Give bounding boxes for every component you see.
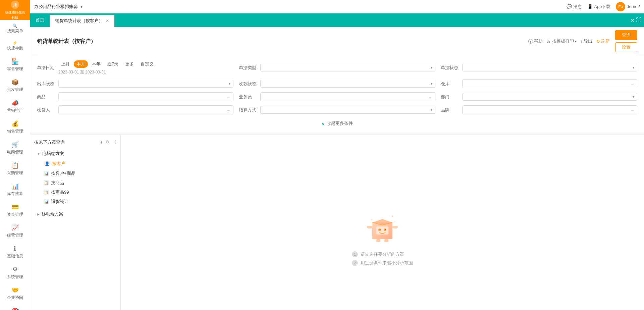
order-status-select[interactable]: ▾	[462, 64, 637, 71]
sidebar-item-retail[interactable]: 🏪 零售管理	[0, 54, 30, 75]
receiver-select[interactable]: ···	[58, 105, 233, 114]
mobile-group: ▶ 移动端方案	[34, 209, 116, 219]
app-download-btn[interactable]: 📱 App下载	[587, 4, 610, 10]
export-btn[interactable]: ↑ 导出	[581, 38, 593, 44]
order-type-select[interactable]: ▾	[260, 64, 435, 71]
print-btn[interactable]: 🖨 按模板打印 ▾	[547, 38, 577, 44]
sidebar-item-quicknav[interactable]: ⚡ 快捷导航	[0, 37, 30, 54]
svg-rect-11	[376, 239, 380, 242]
goods-select[interactable]: ···	[58, 92, 233, 101]
date-btn-thisyear[interactable]: 本年	[89, 60, 103, 68]
stock-status-label: 出库状态	[37, 81, 56, 87]
tab-close-btn[interactable]: ✕	[630, 17, 635, 23]
account-dropdown[interactable]: ▾	[80, 4, 83, 9]
date-btn-custom[interactable]: 自定义	[138, 60, 156, 68]
tab-close-icon[interactable]: ✕	[106, 18, 109, 23]
payment-status-select[interactable]: ▾	[260, 80, 435, 88]
sidebar-item-inventory[interactable]: 📊 库存核算	[0, 179, 30, 200]
tab-expand-btn[interactable]: ⛶	[636, 17, 641, 23]
tab-sales-stats[interactable]: 销货单统计表（按客户） ✕	[50, 15, 114, 27]
tree-desktop-text: 电脑端方案	[42, 151, 64, 157]
sidebar-item-marketing[interactable]: 📣 营销推广	[0, 96, 30, 117]
tree-item-goods[interactable]: 📋 按商品	[41, 178, 116, 188]
svg-rect-13	[367, 226, 372, 228]
settings-button[interactable]: 设置	[615, 42, 637, 52]
collapse-arrow-icon: ∧	[321, 121, 325, 126]
dropdown-arrow-icon: ▾	[80, 4, 83, 9]
app-download-label: App下载	[594, 4, 610, 10]
warehouse-select[interactable]: ···	[462, 79, 637, 88]
app-logo[interactable]: 捷 畅捷通好生意 标版	[0, 0, 30, 20]
sidebar-item-collab[interactable]: 🤝 企业协同	[0, 283, 30, 304]
query-button[interactable]: 查询	[615, 30, 637, 40]
sidebar-label-finance: 资金管理	[7, 212, 23, 217]
logo-text: 畅捷通好生意	[5, 10, 25, 15]
retail-icon: 🏪	[11, 58, 19, 65]
sidebar-item-basics[interactable]: ℹ 基础信息	[0, 242, 30, 262]
salesperson-select[interactable]: ···	[260, 92, 435, 101]
collapse-panel-btn[interactable]: 《	[112, 139, 116, 145]
tree-item-returns[interactable]: 📊 退货统计	[41, 197, 116, 206]
sidebar-item-finance[interactable]: 💳 资金管理	[0, 200, 30, 221]
sidebar-label-operations: 经营管理	[7, 232, 23, 238]
returns-icon: 📊	[44, 199, 49, 204]
sidebar-label-retail: 零售管理	[7, 66, 23, 72]
user-label: demo2	[627, 4, 640, 9]
svg-rect-12	[384, 239, 388, 242]
tree-item-goods99[interactable]: 📋 按商品99	[41, 188, 116, 197]
tree-mobile-label[interactable]: ▶ 移动端方案	[34, 209, 116, 219]
collapse-bar[interactable]: ∧ 收起更多条件	[37, 118, 637, 128]
message-btn[interactable]: 💬 消息	[567, 4, 582, 10]
left-panel: 按以下方案查询 + ⊙ 《 ▼ 电脑端方案	[30, 135, 121, 310]
avatar: Ea	[616, 2, 625, 11]
stock-status-select[interactable]: ▾	[58, 80, 233, 88]
filter-area: 单据日期 上月 本月 本年 近7天 更多 自定义 2023-03-01 至 20…	[30, 56, 644, 133]
left-panel-actions: + ⊙ 《	[100, 139, 116, 145]
left-panel-title: 按以下方案查询	[34, 139, 65, 145]
refresh-label: 刷新	[601, 38, 610, 44]
help-label: 帮助	[534, 38, 543, 44]
settings-scheme-btn[interactable]: ⊙	[106, 139, 109, 145]
svg-text:✦: ✦	[391, 214, 393, 218]
operations-icon: 📈	[11, 224, 19, 231]
date-btn-thismonth[interactable]: 本月	[74, 60, 88, 68]
sidebar-item-operations[interactable]: 📈 经营管理	[0, 221, 30, 242]
order-type-cell: 单据类型 ▾	[239, 60, 435, 75]
print-label: 按模板打印	[552, 38, 574, 44]
sidebar-item-purchase[interactable]: 📋 采购管理	[0, 158, 30, 179]
tree-mobile-text: 移动端方案	[42, 211, 63, 217]
date-btn-more[interactable]: 更多	[122, 60, 137, 68]
date-btn-lastmonth[interactable]: 上月	[58, 60, 72, 68]
stock-status-arrow: ▾	[229, 82, 230, 86]
goods-scheme-label: 按商品	[51, 180, 64, 186]
download-icon: 📱	[587, 4, 593, 9]
help-btn[interactable]: ? 帮助	[528, 38, 543, 44]
sidebar-item-system[interactable]: ⚙ 系统管理	[0, 262, 30, 283]
payment-method-select[interactable]: ▾	[260, 106, 435, 114]
tree-item-customer-goods[interactable]: 📊 按客户+商品	[41, 169, 116, 178]
brand-select[interactable]: ···	[462, 105, 637, 114]
brand-label: 品牌	[441, 107, 460, 113]
tree-desktop-label[interactable]: ▼ 电脑端方案	[34, 149, 116, 159]
message-label: 消息	[573, 4, 582, 10]
date-btn-7days[interactable]: 近7天	[105, 60, 121, 68]
sidebar-item-ecommerce[interactable]: 🛒 电商管理	[0, 138, 30, 158]
user-profile[interactable]: Ea demo2	[616, 2, 640, 11]
ecommerce-icon: 🛒	[11, 141, 19, 148]
date-range-display: 2023-03-01 至 2023-03-31	[58, 69, 233, 75]
sidebar-item-guide[interactable]: 🎯 新手引导	[0, 304, 30, 310]
tree-item-customer[interactable]: 👤 按客户	[41, 159, 116, 169]
date-label: 单据日期	[37, 65, 56, 71]
sidebar-item-search[interactable]: 🔍 搜索菜单	[0, 20, 30, 37]
sidebar-item-wholesale[interactable]: 📦 批发管理	[0, 75, 30, 96]
refresh-btn[interactable]: ↻ 刷新	[596, 38, 610, 44]
sidebar-item-sales[interactable]: 💰 销售管理	[0, 117, 30, 138]
marketing-icon: 📣	[11, 99, 19, 107]
department-select[interactable]: ▾	[462, 93, 637, 101]
main-content: 办公用品行业模拟账套 ▾ 💬 消息 📱 App下载 Ea demo2	[30, 0, 644, 310]
tab-home[interactable]: 首页	[30, 13, 50, 27]
right-area: ✦ ✦ ✦ 1 请先选择要分析的方案 2 用过滤条件来缩小分析范围	[121, 135, 644, 310]
add-scheme-btn[interactable]: +	[100, 139, 103, 145]
sidebar-label-marketing: 营销推广	[7, 108, 23, 113]
sidebar-label-inventory: 库存核算	[7, 191, 23, 197]
